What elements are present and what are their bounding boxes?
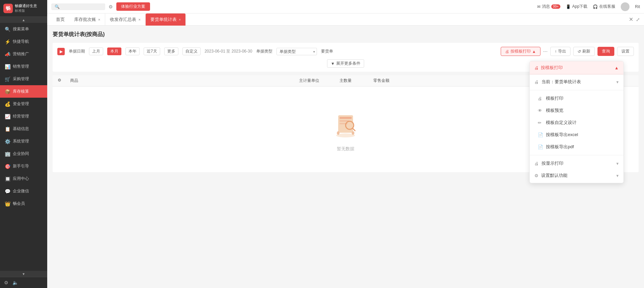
export-btn[interactable]: ↑ 导出 — [550, 47, 570, 56]
sidebar-item-label: 库存核算 — [13, 89, 29, 94]
th-quantity: 主数量 — [335, 78, 369, 84]
refresh-btn[interactable]: ↺ 刷新 — [573, 47, 595, 56]
sidebar-item-inventory[interactable]: 📦 库存核算 — [0, 85, 47, 98]
expand-more-btn[interactable]: ▼ 展开更多条件 — [327, 59, 364, 68]
main-content: 🔍 ⚙ 体验行业方案 ✉ 消息 99+ 📱 App下载 🎧 在线客服 Rit — [47, 0, 644, 288]
tab-close-icon[interactable]: × — [138, 18, 140, 22]
sales-icon: 📊 — [4, 64, 11, 69]
tab-expand-btn[interactable]: ⤢ — [636, 17, 640, 22]
sidebar-item-label: 畅会员 — [13, 201, 25, 206]
settings-btn[interactable]: 设置 — [617, 47, 634, 56]
sidebar-scroll-down[interactable]: ▼ — [0, 271, 47, 277]
tab-order-summary[interactable]: 要货单统计表 × — [146, 13, 186, 26]
dropdown-current-template[interactable]: 🖨 当前：要货单统计表 ▾ — [530, 76, 623, 88]
sidebar-footer: ⚙ 🔈 — [0, 277, 47, 288]
basic-icon: 📋 — [4, 126, 11, 132]
date-btn-7days[interactable]: 近7天 — [144, 47, 160, 55]
sidebar-scroll-up[interactable]: ▲ — [0, 17, 47, 23]
tabs-right: ✕ ⤢ — [629, 16, 640, 23]
topbar-search[interactable]: 🔍 — [51, 3, 105, 10]
settings-footer-icon[interactable]: ⚙ — [4, 280, 8, 285]
empty-text: 暂无数据 — [337, 146, 354, 152]
dropdown-divider-1 — [530, 90, 623, 90]
finance-icon: 💰 — [4, 101, 11, 107]
sidebar-item-wechat[interactable]: 💬 企业微信 — [0, 185, 47, 197]
more-options-icon[interactable]: ··· — [543, 49, 548, 55]
category-label: 要货单 — [321, 49, 333, 54]
sidebar-item-label: 新手引导 — [13, 163, 29, 169]
dropdown-header: 🖨 按模板打印 ▲ — [530, 61, 623, 74]
sidebar-logo: 畅 畅赚通好生意 标准版 — [0, 0, 47, 17]
topbar-search-icon: 🔍 — [55, 4, 60, 9]
print-template-btn[interactable]: 🖨 按模板打印 ▲ — [501, 47, 540, 56]
dropdown-collapse-icon[interactable]: ▲ — [614, 65, 619, 70]
sidebar-item-marketing[interactable]: 📣 营销推广 — [0, 48, 47, 60]
th-checkbox[interactable]: ⚙ — [53, 78, 66, 84]
app-download-btn[interactable]: 📱 App下载 — [566, 4, 587, 9]
purchase-icon: 🛒 — [4, 76, 11, 82]
online-support-btn[interactable]: 🎧 在线客服 — [593, 4, 615, 9]
type-select[interactable]: 单据类型 — [276, 48, 317, 55]
dropdown-title-area: 🖨 按模板打印 — [534, 65, 563, 71]
inventory-icon: 📦 — [4, 89, 11, 94]
sidebar-item-system[interactable]: ⚙️ 系统管理 — [0, 135, 47, 148]
topbar-gear-icon[interactable]: ⚙ — [109, 4, 113, 9]
tab-home[interactable]: 首页 — [51, 17, 69, 23]
th-unit: 主计量单位 — [295, 78, 335, 84]
sidebar-item-sales[interactable]: 📊 销售管理 — [0, 60, 47, 73]
speaker-footer-icon[interactable]: 🔈 — [12, 280, 18, 285]
tab-close-icon[interactable]: × — [98, 18, 100, 22]
dropdown-set-default[interactable]: ⚙ 设置默认功能 ▾ — [530, 169, 623, 182]
date-btn-custom[interactable]: 自定义 — [182, 47, 201, 55]
enterprise-icon: 🏢 — [4, 151, 11, 157]
tab-receipt-summary[interactable]: 收发存汇总表 × — [105, 13, 145, 26]
dropdown-item-template-excel[interactable]: 📄 按模板导出excel — [530, 129, 623, 141]
wechat-icon: 💬 — [4, 189, 11, 194]
dropdown-display-print[interactable]: 🖨 按显示打印 ▾ — [530, 157, 623, 169]
sidebar-item-operations[interactable]: 📈 经营管理 — [0, 110, 47, 123]
message-icon: ✉ — [537, 4, 540, 9]
dropdown-item-template-print[interactable]: 🖨 模板打印 — [530, 92, 623, 104]
svg-rect-2 — [340, 117, 352, 119]
sidebar-item-finance[interactable]: 💰 资金管理 — [0, 98, 47, 110]
date-btn-more[interactable]: 更多 — [164, 47, 178, 55]
sidebar-item-enterprise[interactable]: 🏢 企业协同 — [0, 148, 47, 160]
date-btn-last-month[interactable]: 上月 — [89, 47, 103, 55]
sidebar-item-app-center[interactable]: 🔲 应用中心 — [0, 172, 47, 185]
support-icon: 🎧 — [593, 4, 598, 9]
tab-label: 收发存汇总表 — [110, 17, 136, 23]
tab-batch-account[interactable]: 库存批次账 × — [69, 13, 105, 26]
trial-industry-btn[interactable]: 体验行业方案 — [116, 2, 150, 11]
template-custom-icon: ✏ — [538, 120, 543, 125]
messages-btn[interactable]: ✉ 消息 99+ — [537, 4, 560, 9]
filter-arrow-btn[interactable]: ▶ — [57, 48, 65, 55]
template-custom-label: 模板自定义设计 — [546, 120, 577, 126]
sidebar-item-search[interactable]: 🔍 搜索菜单 — [0, 23, 47, 35]
template-pdf-label: 按模板导出pdf — [546, 144, 574, 150]
dropdown-item-template-preview[interactable]: 👁 模板预览 — [530, 104, 623, 117]
sidebar-item-member[interactable]: 👑 畅会员 — [0, 197, 47, 210]
sidebar-item-purchase[interactable]: 🛒 采购管理 — [0, 73, 47, 85]
search-nav-icon: 🔍 — [4, 27, 11, 32]
sidebar-item-guide[interactable]: 🎯 新手引导 — [0, 160, 47, 172]
dropdown-printer-icon: 🖨 — [534, 65, 539, 70]
app-center-icon: 🔲 — [4, 176, 11, 182]
user-avatar[interactable] — [621, 2, 630, 11]
date-filter-label: 单据日期 — [69, 49, 85, 54]
tab-close-all-btn[interactable]: ✕ — [629, 16, 633, 23]
tab-close-active-icon[interactable]: × — [179, 18, 181, 22]
dropdown-section-current: 🖨 当前：要货单统计表 ▾ — [530, 74, 623, 89]
current-template-label: 当前：要货单统计表 — [541, 79, 581, 85]
template-pdf-icon: 📄 — [538, 145, 543, 150]
date-btn-this-month[interactable]: 本月 — [107, 47, 121, 55]
dropdown-item-template-custom[interactable]: ✏ 模板自定义设计 — [530, 117, 623, 129]
quick-nav-icon: ⚡ — [4, 39, 11, 44]
query-btn[interactable]: 查询 — [597, 47, 614, 56]
sidebar-item-label: 营销推广 — [13, 51, 29, 57]
set-default-chevron: ▾ — [616, 173, 619, 178]
sidebar-item-basic[interactable]: 📋 基础信息 — [0, 123, 47, 135]
dropdown-item-template-pdf[interactable]: 📄 按模板导出pdf — [530, 141, 623, 153]
date-btn-this-year[interactable]: 本年 — [125, 47, 140, 55]
sidebar-nav: 🔍 搜索菜单 ⚡ 快捷导航 📣 营销推广 📊 销售管理 🛒 采购管理 📦 库存核… — [0, 23, 47, 271]
sidebar-item-quick-nav[interactable]: ⚡ 快捷导航 — [0, 35, 47, 48]
